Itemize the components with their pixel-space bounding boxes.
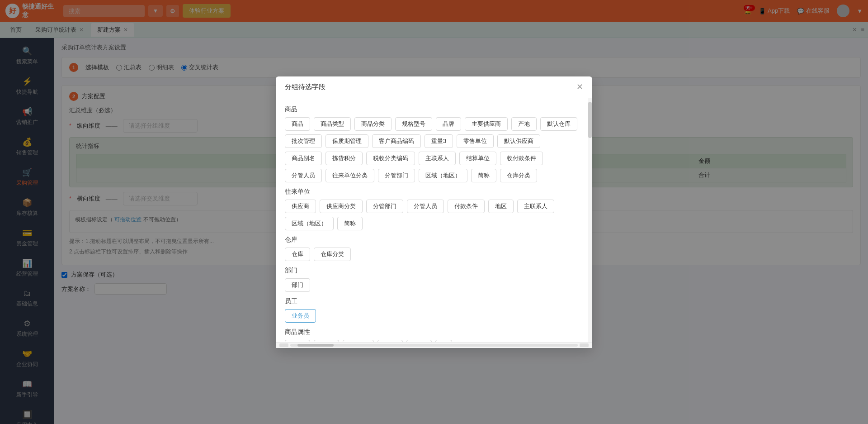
modal-scrollbar[interactable] xyxy=(588,98,592,343)
chip-weight3[interactable]: 重量3 xyxy=(425,134,453,148)
chip-supplier[interactable]: 供应商 xyxy=(285,200,316,213)
chip-product-type[interactable]: 商品类型 xyxy=(314,117,351,131)
chip-region2-partner[interactable]: 区域（地区） xyxy=(285,217,334,230)
staff-fields: 业务员 xyxy=(285,309,579,323)
chip-supplier-category[interactable]: 供应商分类 xyxy=(320,200,363,213)
chip-expiry-manage[interactable]: 保质期管理 xyxy=(326,134,368,148)
chip-region-partner[interactable]: 地区 xyxy=(488,200,514,213)
section-title-partner: 往来单位 xyxy=(285,188,579,196)
chip-customer-code[interactable]: 客户商品编码 xyxy=(372,134,421,148)
chip-partner-category[interactable]: 往来单位分类 xyxy=(326,169,374,182)
modal-body: 商品 商品 商品类型 商品分类 规格型号 品牌 主要供应商 产地 默认仓库 批次… xyxy=(276,98,588,343)
chip-manage-dept[interactable]: 分管部门 xyxy=(378,169,415,182)
chip-pick-score[interactable]: 拣货积分 xyxy=(326,152,363,165)
product-fields: 商品 商品类型 商品分类 规格型号 品牌 主要供应商 产地 默认仓库 批次管理 … xyxy=(285,117,579,182)
chip-batch-manage[interactable]: 批次管理 xyxy=(285,134,322,148)
modal-overlay: 分组待选字段 ✕ 商品 商品 商品类型 商品分类 规格型号 品牌 主要供应商 产… xyxy=(0,0,868,424)
modal-scrollbar-thumb xyxy=(588,102,592,138)
dept-fields: 部门 xyxy=(285,278,579,292)
chip-brand[interactable]: 品牌 xyxy=(436,117,461,131)
chip-warehouse-category-product[interactable]: 仓库分类 xyxy=(500,169,537,182)
section-title-product: 商品 xyxy=(285,105,579,114)
field-select-modal: 分组待选字段 ✕ 商品 商品 商品类型 商品分类 规格型号 品牌 主要供应商 产… xyxy=(276,76,592,348)
chip-product-category[interactable]: 商品分类 xyxy=(354,117,392,131)
chip-warehouse-category[interactable]: 仓库分类 xyxy=(314,248,351,261)
chip-manage-dept-partner[interactable]: 分管部门 xyxy=(366,200,403,213)
hscroll-track xyxy=(290,344,578,347)
section-title-dept: 部门 xyxy=(285,267,579,275)
chip-dept[interactable]: 部门 xyxy=(285,278,310,292)
chip-settlement-unit[interactable]: 结算单位 xyxy=(459,152,496,165)
chip-spec-model[interactable]: 规格型号 xyxy=(395,117,432,131)
chip-product-alias[interactable]: 商品别名 xyxy=(285,152,322,165)
chip-default-warehouse[interactable]: 默认仓库 xyxy=(540,117,577,131)
modal-header: 分组待选字段 ✕ xyxy=(276,76,592,98)
chip-manage-staff-partner[interactable]: 分管人员 xyxy=(407,200,444,213)
chip-default-supplier[interactable]: 默认供应商 xyxy=(497,134,540,148)
chip-salesperson[interactable]: 业务员 xyxy=(285,309,316,323)
partner-fields: 供应商 供应商分类 分管部门 分管人员 付款条件 地区 主联系人 区域（地区） … xyxy=(285,200,579,230)
hscroll-thumb xyxy=(297,344,334,347)
chip-origin[interactable]: 产地 xyxy=(511,117,537,131)
chip-main-contact[interactable]: 主联系人 xyxy=(419,152,456,165)
chip-manager-staff[interactable]: 分管人员 xyxy=(285,169,322,182)
section-title-product-attr: 商品属性 xyxy=(285,328,579,336)
modal-hscroll[interactable] xyxy=(276,342,592,348)
chip-retail-unit[interactable]: 零售单位 xyxy=(457,134,494,148)
modal-close-icon[interactable]: ✕ xyxy=(576,83,583,91)
hscroll-right-arrow xyxy=(580,343,589,347)
chip-short-name-partner[interactable]: 简称 xyxy=(337,217,363,230)
chip-short-name-product[interactable]: 简称 xyxy=(471,169,496,182)
section-title-staff: 员工 xyxy=(285,297,579,305)
chip-product[interactable]: 商品 xyxy=(285,117,310,131)
section-title-warehouse: 仓库 xyxy=(285,236,579,244)
chip-main-contact-partner[interactable]: 主联系人 xyxy=(517,200,554,213)
chip-tax-code[interactable]: 税收分类编码 xyxy=(366,152,415,165)
chip-payment-terms-partner[interactable]: 付款条件 xyxy=(448,200,485,213)
warehouse-fields: 仓库 仓库分类 xyxy=(285,248,579,261)
chip-region-product[interactable]: 区域（地区） xyxy=(419,169,467,182)
modal-title: 分组待选字段 xyxy=(285,83,326,91)
hscroll-left-arrow xyxy=(279,343,288,347)
chip-warehouse[interactable]: 仓库 xyxy=(285,248,310,261)
chip-payment-terms[interactable]: 收付款条件 xyxy=(500,152,543,165)
chip-main-supplier[interactable]: 主要供应商 xyxy=(465,117,508,131)
